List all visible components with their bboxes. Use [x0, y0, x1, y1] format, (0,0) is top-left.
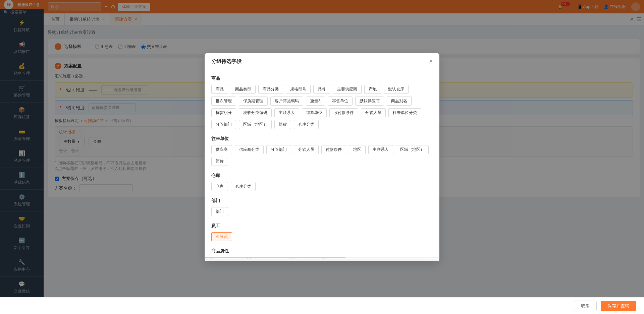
section-partner: 往来单位 供应商 供应商分类 分管部门 分管人员 付款条件 地区 主联系人 区域… — [211, 136, 433, 166]
field-customer-code[interactable]: 客户商品编码 — [270, 97, 303, 106]
field-manager[interactable]: 分管人员 — [361, 108, 386, 117]
product-fields: 商品 商品类型 商品分类 规格型号 品牌 主要供应商 产地 默认仓库 批次管理 … — [211, 85, 433, 129]
field-p-contact[interactable]: 主联系人 — [368, 145, 393, 154]
field-partner-cat[interactable]: 往来单位分类 — [388, 108, 421, 117]
partner-fields: 供应商 供应商分类 分管部门 分管人员 付款条件 地区 主联系人 区域（地区） … — [211, 145, 433, 166]
section-employee: 员工 业务员 — [211, 223, 433, 241]
section-partner-title: 往来单位 — [211, 136, 433, 142]
bottom-bar: 取消 保存并查询 — [0, 297, 644, 314]
section-product-title: 商品 — [211, 75, 433, 81]
field-warehouse[interactable]: 仓库 — [211, 182, 228, 191]
field-region[interactable]: 区域（地区） — [239, 120, 272, 129]
modal-overlay: 分组待选字段 × 商品 商品 商品类型 商品分类 规格型号 品牌 主要供应商 产… — [0, 0, 644, 314]
scroll-thumb[interactable] — [205, 257, 345, 258]
field-alias[interactable]: 商品别名 — [387, 97, 412, 106]
modal-close-btn[interactable]: × — [429, 58, 433, 65]
modal: 分组待选字段 × 商品 商品 商品类型 商品分类 规格型号 品牌 主要供应商 产… — [205, 53, 439, 261]
section-product-attr-title: 商品属性 — [211, 248, 433, 254]
field-batch[interactable]: 批次管理 — [211, 97, 236, 106]
field-product[interactable]: 商品 — [211, 85, 228, 94]
modal-title: 分组待选字段 — [211, 58, 241, 65]
field-p-area[interactable]: 地区 — [349, 145, 366, 154]
field-tax-code[interactable]: 税收分类编码 — [239, 108, 272, 117]
section-employee-title: 员工 — [211, 223, 433, 229]
field-settle-unit[interactable]: 结算单位 — [302, 108, 327, 117]
field-pick-points[interactable]: 拣货积分 — [211, 108, 236, 117]
section-dept: 部门 部门 — [211, 198, 433, 216]
cancel-button[interactable]: 取消 — [574, 301, 597, 311]
field-p-region[interactable]: 区域（地区） — [396, 145, 429, 154]
field-p-manager[interactable]: 分管人员 — [294, 145, 319, 154]
field-salesperson[interactable]: 业务员 — [211, 232, 232, 241]
field-default-supplier[interactable]: 默认供应商 — [355, 97, 384, 106]
dept-fields: 部门 — [211, 207, 433, 216]
field-payment-term[interactable]: 收付款条件 — [329, 108, 358, 117]
section-warehouse: 仓库 仓库 仓库分类 — [211, 173, 433, 191]
field-retail-unit[interactable]: 零售单位 — [328, 97, 353, 106]
field-supplier[interactable]: 供应商 — [211, 145, 232, 154]
section-product: 商品 商品 商品类型 商品分类 规格型号 品牌 主要供应商 产地 默认仓库 批次… — [211, 75, 433, 129]
field-product-category[interactable]: 商品分类 — [258, 85, 283, 94]
field-p-payment[interactable]: 付款条件 — [321, 145, 346, 154]
field-department[interactable]: 部门 — [211, 207, 228, 216]
warehouse-fields: 仓库 仓库分类 — [211, 182, 433, 191]
field-warehouse-cat[interactable]: 仓库分类 — [231, 182, 256, 191]
scroll-track — [205, 257, 439, 258]
field-wh-cat[interactable]: 仓库分类 — [294, 120, 319, 129]
field-default-warehouse[interactable]: 默认仓库 — [384, 85, 409, 94]
employee-fields: 业务员 — [211, 232, 433, 241]
save-button[interactable]: 保存并查询 — [601, 301, 636, 311]
field-origin[interactable]: 产地 — [364, 85, 381, 94]
section-warehouse-title: 仓库 — [211, 173, 433, 179]
field-product-type[interactable]: 商品类型 — [231, 85, 256, 94]
field-spec[interactable]: 规格型号 — [286, 85, 311, 94]
field-expiry[interactable]: 保质期管理 — [239, 97, 268, 106]
field-dept[interactable]: 分管部门 — [211, 120, 236, 129]
modal-header: 分组待选字段 × — [205, 53, 439, 70]
field-abbr[interactable]: 简称 — [274, 120, 291, 129]
field-weight[interactable]: 重量3 — [306, 97, 325, 106]
modal-scroll-bar — [205, 259, 439, 261]
modal-body: 商品 商品 商品类型 商品分类 规格型号 品牌 主要供应商 产地 默认仓库 批次… — [205, 70, 439, 259]
field-p-abbr[interactable]: 简称 — [211, 157, 228, 166]
field-main-contact[interactable]: 主联系人 — [274, 108, 299, 117]
field-p-dept[interactable]: 分管部门 — [266, 145, 291, 154]
field-main-supplier[interactable]: 主要供应商 — [333, 85, 362, 94]
field-brand[interactable]: 品牌 — [313, 85, 330, 94]
field-supplier-cat[interactable]: 供应商分类 — [235, 145, 264, 154]
section-dept-title: 部门 — [211, 198, 433, 204]
